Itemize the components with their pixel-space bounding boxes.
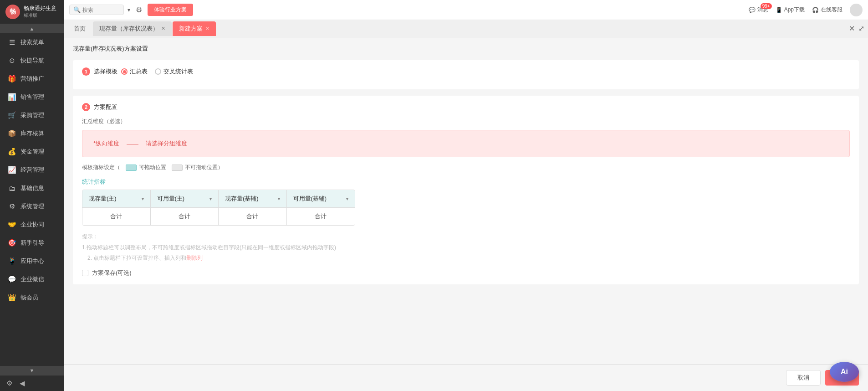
topbar-right: 💬 消息 99+ 📱 App下载 🎧 在线客服	[749, 4, 863, 16]
topbar-gear-icon[interactable]: ⚙	[136, 5, 142, 14]
search-input[interactable]	[82, 7, 119, 13]
tab-expand-icon[interactable]: ⤢	[858, 24, 864, 33]
sidebar-item-marketing[interactable]: 🎁 营销推广	[0, 70, 64, 88]
tab-home[interactable]: 首页	[67, 21, 92, 36]
col4-header[interactable]: 可用量(基辅) ▾	[287, 190, 355, 207]
headset-icon: 🎧	[812, 7, 819, 13]
customer-service-button[interactable]: 🎧 在线客服	[812, 6, 842, 14]
quick-nav-icon: ⊙	[8, 57, 16, 65]
radio-summary[interactable]: 汇总表	[121, 67, 148, 76]
sidebar-scroll-up[interactable]: ▲	[0, 24, 64, 33]
dimension-required-label: *纵向维度	[93, 139, 119, 148]
app-download-button[interactable]: 📱 App下载	[776, 6, 805, 14]
section1-header: 1 选择模板 汇总表 交叉统计表	[82, 67, 850, 76]
sidebar-item-finance[interactable]: 💰 资金管理	[0, 143, 64, 161]
page-footer: 取消 查询	[64, 364, 868, 391]
message-button[interactable]: 💬 消息 99+	[749, 6, 768, 14]
operations-icon: 📈	[8, 166, 16, 174]
col1-summary: 合计	[82, 207, 151, 225]
radio-crosstab[interactable]: 交叉统计表	[155, 67, 193, 76]
tab-new-plan-close[interactable]: ✕	[205, 26, 209, 31]
tabbar-actions: ✕ ⤢	[849, 24, 864, 33]
user-avatar[interactable]	[850, 4, 863, 16]
fixed-block	[172, 165, 183, 171]
tab-close-icon[interactable]: ✕	[849, 24, 855, 33]
main-content: 🔍 ▾ ⚙ 体验行业方案 💬 消息 99+ 📱 App下载 🎧 在线客服	[64, 0, 868, 391]
finance-icon: 💰	[8, 148, 16, 156]
logo-text: 畅康通好生意 标准版	[24, 5, 56, 19]
message-icon: 💬	[749, 7, 756, 13]
footer-settings-icon[interactable]: ⚙	[6, 379, 12, 387]
sidebar-footer: ⚙ ◀	[0, 375, 64, 391]
sidebar-item-member[interactable]: 👑 畅会员	[0, 288, 64, 307]
trial-button[interactable]: 体验行业方案	[148, 4, 193, 16]
sidebar-item-system[interactable]: ⚙ 系统管理	[0, 197, 64, 216]
stats-table-header: 现存量(主) ▾ 可用量(主) ▾ 现存量(基辅) ▾ 可用量(基辅)	[82, 190, 355, 207]
logo-icon: 畅	[5, 5, 20, 19]
sales-icon: 📊	[8, 93, 16, 101]
topbar: 🔍 ▾ ⚙ 体验行业方案 💬 消息 99+ 📱 App下载 🎧 在线客服	[64, 0, 868, 20]
search-icon: 🔍	[73, 6, 81, 13]
sidebar-item-purchase[interactable]: 🛒 采购管理	[0, 106, 64, 124]
stats-table-body: 合计 合计 合计 合计	[82, 207, 355, 225]
tip-item-1: 1.拖动标题栏可以调整布局，不可跨维度或指标区域拖动栏目字段(只能在同一维度或指…	[82, 243, 850, 252]
search-menu-icon: ☰	[8, 38, 16, 46]
section2-header: 2 方案配置	[82, 103, 850, 111]
movable-block	[126, 165, 137, 171]
sidebar-item-basic-info[interactable]: 🗂 基础信息	[0, 179, 64, 197]
topbar-dropdown[interactable]: ▾	[128, 7, 130, 13]
sidebar-nav: ☰ 搜索菜单 ⊙ 快捷导航 🎁 营销推广 📊 销售管理 🛒 采购管理 📦 库存核…	[0, 33, 64, 366]
sidebar-item-search[interactable]: ☰ 搜索菜单	[0, 33, 64, 51]
sidebar-item-enterprise[interactable]: 🤝 企业协同	[0, 216, 64, 234]
dimension-placeholder: 请选择分组维度	[146, 139, 187, 148]
page-title: 现存量(库存状况表)方案设置	[73, 45, 859, 53]
system-icon: ⚙	[8, 202, 16, 211]
cancel-button[interactable]: 取消	[786, 370, 821, 386]
sidebar-item-sales[interactable]: 📊 销售管理	[0, 88, 64, 106]
tab-inventory[interactable]: 现存量（库存状况表） ✕	[93, 21, 172, 36]
template-radio-group: 汇总表 交叉统计表	[121, 67, 193, 76]
col2-header[interactable]: 可用量(主) ▾	[151, 190, 219, 207]
sidebar: 畅 畅康通好生意 标准版 ▲ ☰ 搜索菜单 ⊙ 快捷导航 🎁 营销推广 📊 销售…	[0, 0, 64, 391]
col1-header[interactable]: 现存量(主) ▾	[82, 190, 151, 207]
step2-badge: 2	[82, 103, 90, 111]
col3-header[interactable]: 现存量(基辅) ▾	[219, 190, 287, 207]
save-checkbox[interactable]	[82, 270, 88, 276]
col1-chevron: ▾	[142, 196, 144, 201]
chevron-down-icon: ▾	[128, 7, 130, 13]
sidebar-item-wechat[interactable]: 💬 企业微信	[0, 270, 64, 288]
movable-indicator: 可拖动位置	[126, 164, 166, 171]
radio-summary-dot	[121, 68, 128, 75]
col4-chevron: ▾	[346, 196, 348, 201]
sidebar-item-operations[interactable]: 📈 经营管理	[0, 161, 64, 179]
marketing-icon: 🎁	[8, 75, 16, 83]
sidebar-item-app-center[interactable]: 📱 应用中心	[0, 252, 64, 270]
sidebar-scroll-down[interactable]: ▼	[0, 366, 64, 375]
inventory-icon: 📦	[8, 129, 16, 138]
section1-title: 选择模板	[94, 67, 117, 76]
ai-button[interactable]: Ai	[830, 362, 859, 382]
member-icon: 👑	[8, 293, 16, 302]
download-icon: 📱	[776, 7, 782, 13]
step1-badge: 1	[82, 67, 90, 76]
col3-summary: 合计	[219, 207, 287, 225]
tips-section: 提示： 1.拖动标题栏可以调整布局，不可跨维度或指标区域拖动栏目字段(只能在同一…	[82, 233, 850, 262]
sidebar-item-quick-nav[interactable]: ⊙ 快捷导航	[0, 51, 64, 70]
topbar-search[interactable]: 🔍	[69, 5, 124, 15]
section2-title: 方案配置	[94, 103, 117, 111]
section-template: 1 选择模板 汇总表 交叉统计表	[73, 60, 859, 89]
sidebar-item-inventory[interactable]: 📦 库存核算	[0, 124, 64, 143]
dimension-box: *纵向维度 —— 请选择分组维度	[82, 130, 850, 157]
basic-info-icon: 🗂	[8, 185, 16, 192]
footer-collapse-icon[interactable]: ◀	[20, 379, 25, 387]
col4-summary: 合计	[287, 207, 355, 225]
dimension-row: *纵向维度 —— 请选择分组维度	[93, 139, 838, 148]
delete-col-link[interactable]: 删除列	[186, 255, 203, 261]
tab-new-plan[interactable]: 新建方案 ✕	[173, 21, 216, 36]
indicator-row: 模板指标设定（ 可拖动位置 不可拖动位置）	[82, 164, 850, 171]
sidebar-item-newbie[interactable]: 🎯 新手引导	[0, 234, 64, 252]
stats-table: 现存量(主) ▾ 可用量(主) ▾ 现存量(基辅) ▾ 可用量(基辅)	[82, 190, 355, 226]
tabbar: 首页 现存量（库存状况表） ✕ 新建方案 ✕ ✕ ⤢	[64, 20, 868, 37]
tab-inventory-close[interactable]: ✕	[161, 26, 165, 31]
col2-chevron: ▾	[209, 196, 212, 201]
